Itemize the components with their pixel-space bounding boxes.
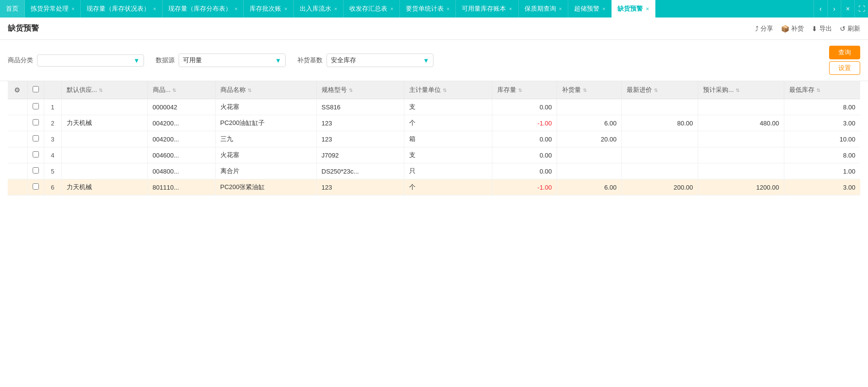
nav-tab-inout-label: 出入库流水 xyxy=(300,4,331,13)
row-gear-cell xyxy=(8,179,27,195)
nav-tab-home[interactable]: 首页 xyxy=(0,0,25,18)
nav-tab-inv-dist-close[interactable]: × xyxy=(235,6,237,12)
row-est-purchase: 480.00 xyxy=(698,115,784,131)
supplier-sort-icon: ⇅ xyxy=(99,88,103,93)
category-select[interactable]: ▼ xyxy=(37,54,144,67)
stock-sort-icon: ⇅ xyxy=(518,88,522,93)
export-action[interactable]: ⬇ 导出 xyxy=(812,24,832,33)
row-stock: 0.00 xyxy=(492,163,557,179)
nav-tab-expiry-close[interactable]: × xyxy=(559,6,562,12)
row-latest-price xyxy=(622,147,698,163)
row-code: 004600... xyxy=(147,147,215,163)
page-title: 缺货预警 xyxy=(8,23,39,34)
row-name: 离合片 xyxy=(215,163,316,179)
th-est-purchase-label: 预计采购... xyxy=(703,86,734,94)
row-est-purchase xyxy=(698,163,784,179)
nav-tab-batch-label: 库存批次账 xyxy=(250,4,281,13)
table-row: 1 0000042 火花塞 SS816 支 0.00 8.00 xyxy=(8,99,860,115)
share-label: 分享 xyxy=(760,24,773,33)
row-gear-cell xyxy=(8,115,27,131)
row-stock: 0.00 xyxy=(492,99,557,115)
row-cb-cell xyxy=(27,115,44,131)
nav-tab-inout-close[interactable]: × xyxy=(334,6,337,12)
nav-tab-inv-status[interactable]: 现存量（库存状况表） × xyxy=(81,0,162,18)
nav-arrow-right[interactable]: › xyxy=(827,0,841,18)
nav-tab-req[interactable]: 要货单统计表 × xyxy=(400,0,456,18)
row-gear-cell xyxy=(8,131,27,147)
filter-actions: 查询 设置 xyxy=(829,46,860,75)
datasource-select[interactable]: 可用量 ▼ xyxy=(179,53,286,67)
nav-tab-recv-close[interactable]: × xyxy=(390,6,393,12)
row-checkbox-4[interactable] xyxy=(33,167,39,174)
th-name-label: 商品名称 xyxy=(220,86,246,94)
datasource-arrow-icon: ▼ xyxy=(275,57,281,64)
row-supplier xyxy=(61,131,147,147)
table-body: 1 0000042 火花塞 SS816 支 0.00 8.00 2 力天机械 0… xyxy=(8,99,860,195)
row-name: PC200油缸缸子 xyxy=(215,115,316,131)
row-supplier: 力天机械 xyxy=(61,179,147,195)
row-min-stock: 3.00 xyxy=(784,115,860,131)
row-name: 火花塞 xyxy=(215,99,316,115)
nav-tab-exception[interactable]: 拣货异常处理 × xyxy=(25,0,81,18)
nav-tab-req-close[interactable]: × xyxy=(447,6,450,12)
nav-tab-avail-close[interactable]: × xyxy=(509,6,512,12)
row-spec: DS250*23c... xyxy=(316,163,404,179)
row-stock: -1.00 xyxy=(492,115,557,131)
table-row: 3 004200... 三九 123 箱 0.00 20.00 10.00 xyxy=(8,131,860,147)
nav-tab-avail[interactable]: 可用量库存账本 × xyxy=(456,0,518,18)
row-spec: 123 xyxy=(316,115,404,131)
main-content: 缺货预警 ⤴ 分享 📦 补货 ⬇ 导出 ↺ 刷新 商品分类 xyxy=(0,18,868,387)
nav-tab-shortage[interactable]: 缺货预警 × xyxy=(612,0,655,18)
category-arrow-icon: ▼ xyxy=(133,57,140,64)
nav-tab-inv-dist[interactable]: 现存量（库存分布表） × xyxy=(163,0,244,18)
replenish-base-filter-group: 补货基数 安全库存 ▼ xyxy=(297,53,434,67)
row-name: PC200张紧油缸 xyxy=(215,179,316,195)
row-index: 5 xyxy=(44,163,61,179)
nav-tab-recv[interactable]: 收发存汇总表 × xyxy=(344,0,399,18)
row-replen xyxy=(557,147,622,163)
row-checkbox-2[interactable] xyxy=(33,135,39,141)
th-stock: 库存量 ⇅ xyxy=(492,81,557,99)
row-cb-cell xyxy=(27,147,44,163)
nav-tab-shortage-close[interactable]: × xyxy=(646,6,649,12)
min-stock-sort-icon: ⇅ xyxy=(816,88,820,93)
row-name: 火花塞 xyxy=(215,147,316,163)
row-code: 004200... xyxy=(147,115,215,131)
row-checkbox-3[interactable] xyxy=(33,151,39,158)
nav-tab-exception-close[interactable]: × xyxy=(72,6,74,12)
select-all-checkbox[interactable] xyxy=(33,86,39,92)
column-settings-gear-icon[interactable]: ⚙ xyxy=(13,85,21,95)
nav-close-window[interactable]: × xyxy=(841,0,854,18)
row-cb-cell xyxy=(27,131,44,147)
nav-tab-overstock-label: 超储预警 xyxy=(574,4,599,13)
category-filter-group: 商品分类 ▼ xyxy=(8,54,144,67)
query-button[interactable]: 查询 xyxy=(829,46,860,59)
export-label: 导出 xyxy=(819,24,832,33)
row-cb-cell xyxy=(27,99,44,115)
nav-fullscreen[interactable]: ⛶ xyxy=(854,0,868,18)
nav-tab-batch[interactable]: 库存批次账 × xyxy=(244,0,293,18)
row-checkbox-0[interactable] xyxy=(33,103,39,109)
nav-tab-batch-close[interactable]: × xyxy=(284,6,287,12)
row-replen xyxy=(557,163,622,179)
settings-button[interactable]: 设置 xyxy=(829,61,860,75)
nav-tab-overstock-close[interactable]: × xyxy=(602,6,605,12)
row-supplier xyxy=(61,147,147,163)
nav-tab-expiry[interactable]: 保质期查询 × xyxy=(519,0,568,18)
th-code-label: 商品... xyxy=(153,86,171,94)
th-code: 商品... ⇅ xyxy=(147,81,215,99)
nav-tab-inout[interactable]: 出入库流水 × xyxy=(294,0,344,18)
nav-arrow-left[interactable]: ‹ xyxy=(814,0,827,18)
th-min-stock-label: 最低库存 xyxy=(789,86,814,94)
replenish-base-select[interactable]: 安全库存 ▼ xyxy=(326,53,434,67)
row-min-stock: 1.00 xyxy=(784,163,860,179)
table-container: ⚙ 默认供应... ⇅ 商品... xyxy=(0,81,868,195)
row-checkbox-1[interactable] xyxy=(33,119,39,125)
refresh-action[interactable]: ↺ 刷新 xyxy=(840,24,860,33)
share-action[interactable]: ⤴ 分享 xyxy=(755,24,773,33)
replenish-action[interactable]: 📦 补货 xyxy=(781,24,804,33)
nav-tab-inv-status-close[interactable]: × xyxy=(153,6,156,12)
row-gear-cell xyxy=(8,163,27,179)
row-checkbox-5[interactable] xyxy=(33,183,39,190)
nav-tab-overstock[interactable]: 超储预警 × xyxy=(568,0,612,18)
